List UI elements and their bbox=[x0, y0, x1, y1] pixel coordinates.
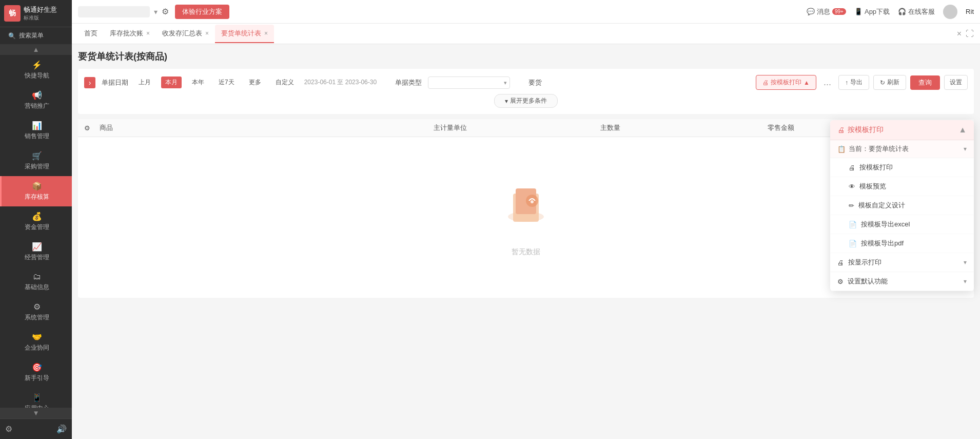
sidebar-item-finance[interactable]: 💰 资金管理 bbox=[0, 206, 72, 237]
date-btn-more[interactable]: 更多 bbox=[245, 77, 265, 88]
sidebar-item-label: 经营管理 bbox=[25, 253, 49, 262]
settings-icon[interactable]: ⚙ bbox=[5, 424, 12, 434]
type-label: 单据类型 bbox=[395, 78, 422, 87]
print-template-preview-item[interactable]: 👁 模板预览 bbox=[830, 177, 974, 196]
app-center-icon: 📱 bbox=[32, 393, 42, 403]
app-download-button[interactable]: 📱 App下载 bbox=[854, 7, 890, 16]
marketing-icon: 📢 bbox=[32, 90, 42, 100]
tab-order-stats-close[interactable]: × bbox=[264, 30, 268, 37]
sound-icon[interactable]: 🔊 bbox=[56, 424, 67, 434]
topbar-chevron-icon[interactable]: ▾ bbox=[154, 8, 158, 16]
topbar-right: 💬 消息 99+ 📱 App下载 🎧 在线客服 Rit bbox=[807, 5, 974, 19]
sidebar-item-purchase[interactable]: 🛒 采购管理 bbox=[0, 146, 72, 176]
topbar-settings-icon[interactable]: ⚙ bbox=[162, 7, 169, 16]
sidebar-search[interactable]: 🔍 搜索菜单 bbox=[0, 27, 72, 44]
main-area: ▾ ⚙ 体验行业方案 💬 消息 99+ 📱 App下载 🎧 在线客服 Rit 首… bbox=[72, 0, 980, 439]
sidebar-item-collab[interactable]: 🤝 企业协同 bbox=[0, 327, 72, 357]
expand-row: ▾ 展开更多条件 bbox=[84, 94, 968, 108]
order-type-label: 要货 bbox=[528, 78, 542, 87]
column-settings-button[interactable]: 设置 bbox=[944, 75, 968, 90]
template-export-pdf-label: 按模板导出pdf bbox=[861, 239, 904, 248]
date-btn-prev-month[interactable]: 上月 bbox=[134, 77, 155, 88]
sidebar-scroll-up[interactable]: ▲ bbox=[0, 44, 72, 55]
print-dropdown-current[interactable]: 📋 当前：要货单统计表 ▾ bbox=[830, 140, 974, 158]
date-btn-current-year[interactable]: 本年 bbox=[188, 77, 208, 88]
filter-expand-icon-button[interactable]: › bbox=[84, 77, 95, 88]
refresh-button[interactable]: ↻ 刷新 bbox=[873, 75, 906, 90]
display-print-label: 🖨 按显示打印 bbox=[837, 258, 881, 267]
col-product: 商品 bbox=[100, 123, 434, 132]
date-btn-last-7[interactable]: 近7天 bbox=[214, 77, 239, 88]
refresh-icon: ↻ bbox=[880, 79, 885, 86]
sidebar-scroll-down[interactable]: ▼ bbox=[0, 408, 72, 418]
expand-more-button[interactable]: ▾ 展开更多条件 bbox=[494, 94, 558, 108]
print-template-custom-item[interactable]: ✏ 模板自定义设计 bbox=[830, 196, 974, 215]
tab-order-stats[interactable]: 要货单统计表 × bbox=[215, 25, 274, 43]
inventory-icon: 📦 bbox=[32, 181, 42, 191]
default-setting-icon: ⚙ bbox=[837, 278, 844, 285]
print-dropdown-close-button[interactable]: ▲ bbox=[958, 125, 967, 135]
online-service-button[interactable]: 🎧 在线客服 bbox=[898, 7, 935, 16]
print-chevron-icon: ▲ bbox=[803, 79, 810, 86]
print-template-print-item[interactable]: 🖨 按模板打印 bbox=[830, 158, 974, 177]
template-export-pdf-icon: 📄 bbox=[849, 240, 857, 247]
type-select[interactable] bbox=[428, 77, 510, 89]
sidebar-item-inventory[interactable]: 📦 库存核算 bbox=[0, 176, 72, 206]
sidebar-item-label: 应用中心 bbox=[25, 404, 49, 408]
template-preview-label: 模板预览 bbox=[859, 182, 886, 191]
print-dropdown-header: 🖨 按模板打印 ▲ bbox=[830, 120, 974, 140]
page-title: 要货单统计表(按商品) bbox=[78, 50, 974, 63]
sidebar-item-app-center[interactable]: 📱 应用中心 bbox=[0, 388, 72, 408]
print-template-button[interactable]: 🖨 按模板打印 ▲ bbox=[756, 75, 816, 90]
filter-card: › 单据日期 上月 本月 本年 近7天 更多 自定义 2023-06-01 至 … bbox=[78, 69, 974, 114]
more-options-button[interactable]: ... bbox=[820, 76, 834, 89]
sidebar-logo-text: 畅通好生意 标准版 bbox=[24, 6, 57, 21]
export-button[interactable]: ↑ 导出 bbox=[838, 75, 869, 90]
sidebar-item-operation[interactable]: 📈 经营管理 bbox=[0, 237, 72, 267]
finance-icon: 💰 bbox=[32, 212, 42, 221]
print-template-export-excel-item[interactable]: 📄 按模板导出excel bbox=[830, 215, 974, 234]
sidebar-item-system[interactable]: ⚙ 系统管理 bbox=[0, 297, 72, 327]
sidebar-item-label: 新手引导 bbox=[25, 374, 49, 383]
search-label: 搜索菜单 bbox=[19, 31, 44, 40]
date-btn-current-month[interactable]: 本月 bbox=[161, 77, 182, 88]
print-default-setting-section[interactable]: ⚙ 设置默认功能 ▾ bbox=[830, 272, 974, 291]
collab-icon: 🤝 bbox=[32, 332, 42, 342]
tab-expand-button[interactable]: ⛶ bbox=[966, 29, 974, 39]
sidebar-item-newbie[interactable]: 🎯 新手引导 bbox=[0, 357, 72, 388]
tab-close-all-button[interactable]: × bbox=[957, 29, 962, 39]
print-template-export-pdf-item[interactable]: 📄 按模板导出pdf bbox=[830, 234, 974, 253]
user-name: Rit bbox=[966, 8, 974, 15]
col-settings-icon[interactable]: ⚙ bbox=[84, 124, 90, 132]
refresh-label: 刷新 bbox=[887, 78, 899, 87]
sidebar-item-marketing[interactable]: 📢 营销推广 bbox=[0, 85, 72, 116]
message-button[interactable]: 💬 消息 99+ bbox=[807, 7, 846, 16]
col-product-label: 商品 bbox=[100, 124, 113, 131]
sidebar-item-label: 基础信息 bbox=[25, 283, 49, 292]
sidebar-item-label: 企业协同 bbox=[25, 343, 49, 352]
user-avatar[interactable] bbox=[943, 5, 957, 19]
col-quantity-label: 主数量 bbox=[600, 124, 620, 131]
content-area: 要货单统计表(按商品) › 单据日期 上月 本月 本年 近7天 更多 自定义 2… bbox=[72, 44, 980, 439]
tab-receipt-summary[interactable]: 收发存汇总表 × bbox=[156, 25, 215, 43]
sidebar-item-basic[interactable]: 🗂 基础信息 bbox=[0, 267, 72, 297]
tab-home[interactable]: 首页 bbox=[78, 25, 104, 43]
tab-batch-account[interactable]: 库存批次账 × bbox=[104, 25, 156, 43]
industry-solution-button[interactable]: 体验行业方案 bbox=[175, 5, 229, 19]
sidebar-item-label: 资金管理 bbox=[25, 223, 49, 232]
query-button[interactable]: 查询 bbox=[910, 75, 940, 90]
current-template-text: 当前：要货单统计表 bbox=[849, 144, 909, 154]
date-btn-custom[interactable]: 自定义 bbox=[271, 77, 298, 88]
tab-batch-account-close[interactable]: × bbox=[146, 30, 150, 37]
print-display-print-section[interactable]: 🖨 按显示打印 ▾ bbox=[830, 253, 974, 272]
display-print-text: 按显示打印 bbox=[848, 258, 881, 267]
sidebar-item-sales[interactable]: 📊 销售管理 bbox=[0, 116, 72, 146]
tab-receipt-summary-close[interactable]: × bbox=[205, 30, 209, 37]
topbar-search-input[interactable] bbox=[78, 6, 150, 17]
toolbar-buttons: 🖨 按模板打印 ▲ ... ↑ 导出 ↻ 刷新 查询 设置 bbox=[756, 75, 968, 90]
service-icon: 🎧 bbox=[898, 8, 906, 15]
logo-abbr: 畅 bbox=[9, 9, 16, 18]
sidebar-item-quick-nav[interactable]: ⚡ 快捷导航 bbox=[0, 55, 72, 85]
template-custom-label: 模板自定义设计 bbox=[858, 201, 905, 210]
export-icon: ↑ bbox=[845, 79, 848, 86]
